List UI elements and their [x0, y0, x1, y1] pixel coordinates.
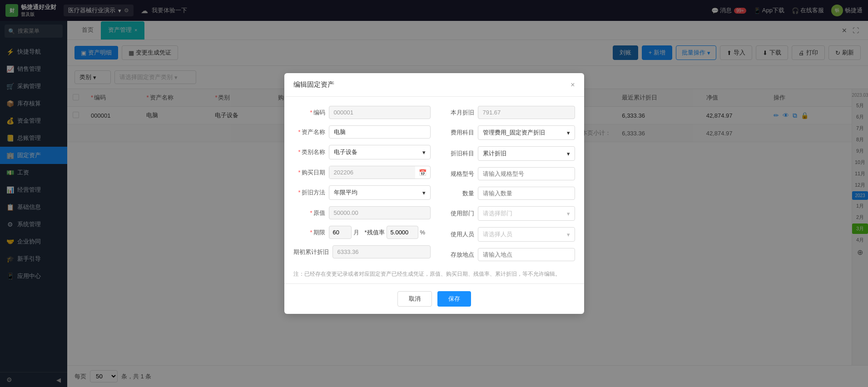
buydate-label: *购买日期 — [293, 169, 325, 177]
monthly-dep-input[interactable] — [478, 106, 575, 119]
modal-body: *编码 *资产名称 *类别名称 电子设备 ▾ — [284, 97, 584, 270]
modal-overlay: 编辑固定资产 × *编码 *资产名称 — [0, 0, 868, 387]
name-label: *资产名称 — [293, 128, 325, 136]
modal-form: *编码 *资产名称 *类别名称 电子设备 ▾ — [293, 106, 575, 261]
calendar-icon[interactable]: 📅 — [415, 169, 430, 176]
residual-rate-input[interactable] — [387, 226, 418, 239]
chevron-down-icon: ▾ — [422, 189, 426, 196]
form-row-original: *原值 — [293, 206, 431, 219]
buydate-input[interactable] — [329, 166, 415, 179]
form-row-buydate: *购买日期 📅 — [293, 166, 431, 179]
spec-model-input[interactable] — [478, 167, 575, 180]
location-label: 存放地点 — [438, 251, 474, 259]
chevron-down-icon: ▾ — [567, 231, 570, 238]
modal-note: 注：已经存在变更记录或者对应固定资产已经生成凭证，原值、购买日期、残值率、累计折… — [284, 270, 584, 283]
use-person-label: 使用人员 — [438, 230, 474, 238]
expense-subject-select[interactable]: 管理费用_固定资产折旧 ▾ — [478, 125, 575, 140]
form-row-name: *资产名称 — [293, 125, 431, 139]
form-row-code: *编码 — [293, 106, 431, 119]
form-row-method: *折旧方法 年限平均 ▾ — [293, 185, 431, 200]
form-row-category: *类别名称 电子设备 ▾ — [293, 145, 431, 159]
original-label: *原值 — [293, 209, 325, 217]
original-input[interactable] — [329, 206, 431, 219]
form-row-location: 存放地点 — [438, 248, 575, 261]
code-label: *编码 — [293, 109, 325, 117]
chevron-down-icon: ▾ — [567, 129, 570, 136]
form-row-use-person: 使用人员 请选择人员 ▾ — [438, 227, 575, 242]
category-select[interactable]: 电子设备 ▾ — [329, 145, 431, 159]
form-row-use-dept: 使用部门 请选择部门 ▾ — [438, 206, 575, 221]
monthly-dep-label: 本月折旧 — [438, 109, 474, 117]
spec-model-label: 规格型号 — [438, 170, 474, 178]
name-input[interactable] — [329, 125, 431, 139]
form-row-initial-dep: 期初累计折旧 — [293, 245, 431, 258]
method-select[interactable]: 年限平均 ▾ — [329, 185, 431, 200]
dep-subject-select[interactable]: 累计折旧 ▾ — [478, 146, 575, 161]
use-dept-select[interactable]: 请选择部门 ▾ — [478, 206, 575, 221]
chevron-down-icon: ▾ — [567, 150, 570, 157]
quantity-input[interactable] — [478, 187, 575, 200]
dep-subject-label: 折旧科目 — [438, 149, 474, 158]
initial-dep-input[interactable] — [332, 245, 431, 258]
form-row-spec-model: 规格型号 — [438, 167, 575, 180]
residual-unit: % — [420, 229, 426, 236]
form-row-quantity: 数量 — [438, 187, 575, 200]
form-left: *编码 *资产名称 *类别名称 电子设备 ▾ — [293, 106, 431, 261]
form-row-expense-subject: 费用科目 管理费用_固定资产折旧 ▾ — [438, 125, 575, 140]
form-row-dep-subject: 折旧科目 累计折旧 ▾ — [438, 146, 575, 161]
term-inline: 月 *残值率 % — [329, 226, 431, 239]
use-person-select[interactable]: 请选择人员 ▾ — [478, 227, 575, 242]
save-button[interactable]: 保存 — [437, 291, 471, 307]
method-label: *折旧方法 — [293, 189, 325, 197]
term-label: *期限 — [293, 228, 325, 237]
modal-header: 编辑固定资产 × — [284, 73, 584, 97]
chevron-down-icon: ▾ — [422, 149, 426, 156]
buydate-input-wrapper: 📅 — [329, 166, 431, 179]
quantity-label: 数量 — [438, 189, 474, 198]
location-input[interactable] — [478, 248, 575, 261]
form-right: 本月折旧 费用科目 管理费用_固定资产折旧 ▾ 折旧科目 — [438, 106, 575, 261]
modal-close-icon[interactable]: × — [570, 81, 575, 89]
form-row-monthly-dep: 本月折旧 — [438, 106, 575, 119]
modal-footer: 取消 保存 — [284, 283, 584, 314]
code-input[interactable] — [329, 106, 431, 119]
use-dept-label: 使用部门 — [438, 209, 474, 218]
residual-rate-label: *残值率 — [365, 228, 385, 237]
term-input[interactable] — [329, 226, 352, 239]
category-label: *类别名称 — [293, 148, 325, 156]
form-row-term: *期限 月 *残值率 % — [293, 226, 431, 239]
modal-edit-asset: 编辑固定资产 × *编码 *资产名称 — [284, 73, 584, 314]
expense-subject-label: 费用科目 — [438, 129, 474, 137]
term-unit: 月 — [353, 228, 359, 237]
cancel-button[interactable]: 取消 — [397, 291, 432, 307]
modal-title: 编辑固定资产 — [293, 80, 334, 89]
initial-dep-label: 期初累计折旧 — [293, 248, 329, 256]
chevron-down-icon: ▾ — [567, 210, 570, 217]
